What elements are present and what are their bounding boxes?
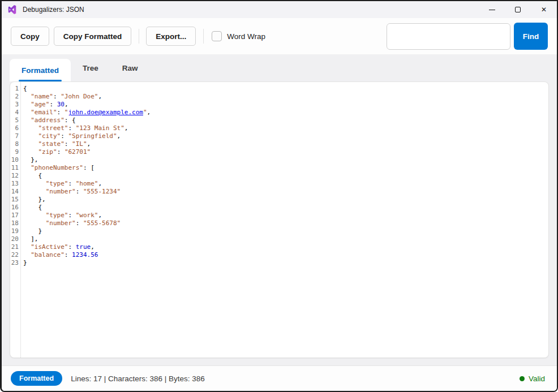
code-line: "number": "555-1234": [23, 188, 548, 196]
copy-button[interactable]: Copy: [11, 27, 49, 46]
copy-formatted-button[interactable]: Copy Formatted: [54, 27, 132, 46]
toolbar: Copy Copy Formatted Export... Word Wrap …: [2, 18, 557, 54]
line-number: 2: [10, 93, 19, 101]
tab-formatted-label: Formatted: [22, 66, 59, 75]
minimize-icon: [489, 10, 495, 10]
line-number: 23: [10, 259, 19, 267]
tab-formatted[interactable]: Formatted: [10, 59, 71, 81]
email-link[interactable]: john.doe@example.com: [68, 109, 143, 116]
code-line: "type": "home",: [23, 180, 548, 188]
line-number: 22: [10, 251, 19, 259]
line-number: 9: [10, 148, 19, 156]
code-line: "street": "123 Main St",: [23, 124, 548, 132]
line-number-gutter: 1234567891011121314151617181920212223: [10, 82, 21, 357]
title-bar: Debugalizers: JSON ✕: [2, 1, 557, 18]
minimize-button[interactable]: [479, 1, 505, 18]
line-number: 3: [10, 101, 19, 109]
maximize-button[interactable]: [505, 1, 531, 18]
line-number: 8: [10, 140, 19, 148]
valid-label: Valid: [529, 374, 545, 383]
line-number: 5: [10, 117, 19, 124]
app-logo-icon: [7, 5, 17, 15]
find-button[interactable]: Find: [514, 23, 548, 50]
code-line: "state": "IL",: [23, 140, 548, 148]
close-button[interactable]: ✕: [531, 1, 557, 18]
line-number: 16: [10, 204, 19, 212]
code-line: }: [23, 259, 548, 267]
code-content: { "name": "John Doe", "age": 30, "email"…: [21, 82, 548, 357]
line-number: 17: [10, 212, 19, 219]
line-number: 20: [10, 235, 19, 243]
line-number: 19: [10, 227, 19, 235]
code-line: "isActive": true,: [23, 243, 548, 251]
code-line: "email": "john.doe@example.com",: [23, 109, 548, 117]
code-line: {: [23, 172, 548, 180]
main-area: Formatted Tree Raw 123456789101112131415…: [2, 54, 557, 365]
document-stats: Lines: 17 | Characters: 386 | Bytes: 386: [71, 374, 205, 383]
app-window: Debugalizers: JSON ✕ Copy Copy Formatted…: [0, 0, 558, 392]
code-line: "age": 30,: [23, 101, 548, 109]
toolbar-separator: [203, 29, 204, 44]
line-number: 10: [10, 156, 19, 164]
search-input[interactable]: [387, 23, 510, 50]
line-number: 18: [10, 219, 19, 227]
line-number: 6: [10, 124, 19, 132]
export-button[interactable]: Export...: [146, 27, 196, 46]
line-number: 12: [10, 172, 19, 180]
line-number: 1: [10, 85, 19, 93]
line-number: 14: [10, 188, 19, 196]
window-controls: ✕: [479, 1, 557, 18]
code-line: }: [23, 227, 548, 235]
line-number: 11: [10, 164, 19, 172]
code-line: "address": {: [23, 117, 548, 124]
code-line: "zip": "62701": [23, 148, 548, 156]
code-line: {: [23, 85, 548, 93]
word-wrap-checkbox[interactable]: [212, 31, 222, 41]
code-line: ],: [23, 235, 548, 243]
code-line: "number": "555-5678": [23, 219, 548, 227]
line-number: 21: [10, 243, 19, 251]
status-bar: Formatted Lines: 17 | Characters: 386 | …: [2, 365, 557, 391]
line-number: 7: [10, 132, 19, 140]
tab-raw-label: Raw: [122, 64, 138, 72]
code-line: "balance": 1234.56: [23, 251, 548, 259]
toolbar-separator: [139, 29, 139, 44]
code-line: {: [23, 204, 548, 212]
word-wrap-label: Word Wrap: [227, 32, 265, 41]
format-mode-badge: Formatted: [11, 371, 62, 386]
maximize-icon: [515, 7, 521, 12]
tab-raw[interactable]: Raw: [110, 54, 150, 81]
line-number: 13: [10, 180, 19, 188]
validity-status: Valid: [520, 374, 545, 383]
code-line: },: [23, 156, 548, 164]
code-line: "type": "work",: [23, 212, 548, 219]
code-line: "phoneNumbers": [: [23, 164, 548, 172]
window-title: Debugalizers: JSON: [23, 6, 84, 14]
tab-tree-label: Tree: [83, 64, 98, 72]
code-line: "name": "John Doe",: [23, 93, 548, 101]
valid-dot-icon: [520, 376, 525, 381]
line-number: 15: [10, 196, 19, 204]
code-editor[interactable]: 1234567891011121314151617181920212223 { …: [10, 81, 549, 358]
code-line: "city": "Springfield",: [23, 132, 548, 140]
close-icon: ✕: [541, 6, 547, 13]
word-wrap-toggle[interactable]: Word Wrap: [212, 31, 265, 41]
tab-strip: Formatted Tree Raw: [10, 54, 549, 81]
line-number: 4: [10, 109, 19, 117]
tab-tree[interactable]: Tree: [71, 54, 110, 81]
code-line: },: [23, 196, 548, 204]
